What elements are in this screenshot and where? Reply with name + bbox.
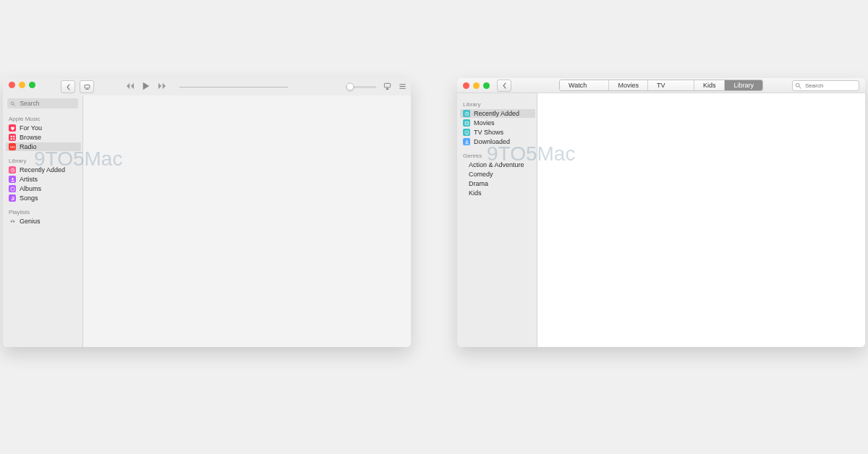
zoom-dot[interactable] (483, 82, 490, 89)
play-button[interactable] (142, 82, 150, 92)
tv-sidebar-label: Drama (469, 180, 488, 187)
tv-icon (463, 129, 470, 136)
music-section-heading: Apple Music (9, 116, 78, 122)
tv-sidebar-label: Comedy (469, 171, 493, 178)
tv-sidebar-label: Action & Adventure (469, 161, 524, 168)
toolbar-search-input[interactable] (804, 82, 856, 90)
airplay-button[interactable] (383, 82, 391, 92)
back-button[interactable] (497, 80, 511, 92)
tv-content-area: 9TO5Mac (537, 93, 865, 347)
note-icon (9, 194, 16, 202)
music-window: Apple MusicFor YouBrowseRadioLibraryRece… (3, 78, 411, 347)
clock-icon (463, 110, 470, 117)
back-button[interactable] (61, 80, 75, 93)
tv-tab[interactable]: Movies (609, 80, 648, 90)
music-sidebar-label: Radio (20, 143, 37, 150)
music-sidebar-item[interactable]: Genius (6, 217, 81, 226)
music-sidebar-item[interactable]: For You (6, 124, 81, 132)
playback-controls (126, 82, 288, 92)
grid-icon (9, 134, 16, 141)
tv-sidebar-label: Recently Added (474, 110, 519, 117)
music-sidebar-label: Genius (20, 218, 41, 225)
tv-sidebar: LibraryRecently AddedMoviesTV ShowsDownl… (457, 93, 537, 347)
close-dot[interactable] (463, 82, 469, 89)
volume-slider[interactable] (346, 86, 376, 88)
music-sidebar-label: Artists (20, 176, 38, 183)
tv-tab[interactable]: Watch Now (560, 80, 609, 90)
music-sidebar-label: Songs (20, 194, 38, 202)
download-icon (463, 138, 470, 145)
tv-sidebar-label: Downloaded (474, 138, 510, 145)
music-sidebar-item[interactable]: Artists (6, 175, 81, 184)
music-sidebar-label: Recently Added (20, 166, 65, 174)
genius-icon (9, 218, 16, 225)
tv-tabset: Watch NowMoviesTV ShowsKidsLibrary (559, 80, 763, 91)
radio-icon (9, 143, 16, 150)
music-sidebar-label: For You (20, 124, 42, 132)
minimize-dot[interactable] (473, 82, 480, 89)
tv-sidebar-item[interactable]: Action & Adventure (460, 160, 535, 169)
album-icon (9, 185, 16, 192)
tv-titlebar: Watch NowMoviesTV ShowsKidsLibrary (457, 78, 865, 93)
tv-sidebar-item[interactable]: Movies (460, 119, 535, 127)
window-traffic-lights (3, 82, 35, 88)
tv-sidebar-item[interactable]: Downloaded (460, 137, 535, 146)
window-traffic-lights (457, 82, 490, 89)
music-toolbar (3, 78, 411, 95)
chevron-left-icon (502, 82, 507, 89)
close-dot[interactable] (9, 82, 15, 88)
tv-sidebar-item[interactable]: Comedy (460, 170, 535, 179)
zoom-dot[interactable] (29, 82, 35, 88)
sidebar-search[interactable] (7, 98, 78, 108)
music-sidebar-label: Albums (20, 185, 41, 192)
tv-sidebar-label: TV Shows (474, 129, 503, 136)
queue-button[interactable] (399, 82, 407, 92)
tv-sidebar-item[interactable]: TV Shows (460, 128, 535, 137)
tv-window: Watch NowMoviesTV ShowsKidsLibrary Libra… (457, 78, 865, 347)
minimize-dot[interactable] (19, 82, 25, 88)
monitor-icon (84, 84, 90, 90)
tv-section-heading: Library (463, 101, 532, 108)
tv-sidebar-label: Kids (469, 189, 482, 197)
tv-sidebar-label: Movies (474, 119, 495, 127)
person-icon (9, 176, 16, 183)
next-button[interactable] (158, 82, 166, 91)
tv-tab[interactable]: Library (725, 80, 762, 90)
film-icon (463, 119, 470, 127)
tv-sidebar-item[interactable]: Drama (460, 179, 535, 188)
search-icon (795, 82, 801, 89)
music-sidebar-item[interactable]: Browse (6, 133, 81, 142)
track-position-bar[interactable] (179, 87, 288, 87)
device-button[interactable] (80, 80, 94, 93)
tv-section-heading: Genres (463, 153, 532, 159)
music-sidebar-item[interactable]: Recently Added (6, 166, 81, 174)
search-icon (10, 100, 15, 107)
toolbar-search[interactable] (792, 80, 859, 91)
tv-tab[interactable]: Kids (694, 80, 726, 90)
music-sidebar-item[interactable]: Albums (6, 184, 81, 193)
chevron-left-icon (66, 84, 71, 90)
previous-button[interactable] (126, 82, 135, 91)
sidebar-search-input[interactable] (18, 99, 75, 108)
tv-sidebar-item[interactable]: Recently Added (460, 109, 535, 118)
music-sidebar-item[interactable]: Songs (6, 194, 81, 202)
tv-tab[interactable]: TV Shows (648, 80, 694, 90)
music-sidebar-item[interactable]: Radio (6, 142, 81, 151)
music-sidebar: Apple MusicFor YouBrowseRadioLibraryRece… (3, 95, 83, 347)
music-section-heading: Playlists (9, 209, 78, 215)
heart-icon (9, 124, 16, 132)
music-content-area: 9TO5Mac (83, 95, 411, 347)
clock-icon (9, 166, 16, 174)
tv-sidebar-item[interactable]: Kids (460, 189, 535, 197)
music-section-heading: Library (9, 158, 78, 164)
music-sidebar-label: Browse (20, 134, 41, 141)
